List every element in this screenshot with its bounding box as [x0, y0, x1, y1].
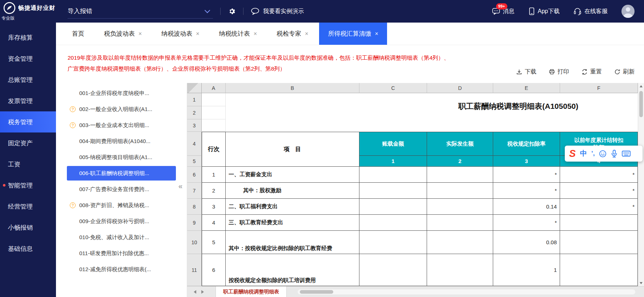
- emoji-icon[interactable]: [599, 150, 607, 158]
- sidebar-item-inventory-accounting[interactable]: 库存核算: [0, 27, 56, 48]
- grid-cell[interactable]: [560, 215, 638, 231]
- report-item-003[interactable]: ?003-一般企业成本支出明细...: [67, 118, 176, 132]
- sidebar-item-payroll[interactable]: 工资: [0, 154, 56, 175]
- form-title-cell[interactable]: 职工薪酬纳税调整明细表(A105050): [226, 93, 638, 119]
- grid-cell[interactable]: 2: [202, 183, 226, 199]
- grid-cell[interactable]: 6: [202, 254, 226, 286]
- grid-cell[interactable]: [359, 167, 427, 183]
- import-error-select[interactable]: 导入报错: [68, 4, 213, 19]
- sidebar-item-expense-claim[interactable]: 小畅报销: [0, 217, 56, 238]
- collapse-panel-button[interactable]: «: [178, 182, 182, 190]
- grid-cell[interactable]: 三、职工教育经费支出: [226, 215, 359, 231]
- grid-cell[interactable]: 0.14: [493, 199, 560, 215]
- report-item-011[interactable]: 011-研发费用加计扣除优惠...: [67, 246, 176, 261]
- prev-sheet-button[interactable]: [194, 290, 196, 294]
- close-icon[interactable]: ×: [138, 31, 142, 37]
- sidebar-item-business-management[interactable]: 经营管理: [0, 196, 56, 217]
- grid-cell[interactable]: *: [493, 183, 560, 199]
- close-icon[interactable]: ×: [305, 31, 308, 37]
- grid-cell[interactable]: [560, 231, 638, 254]
- tab-tax-burden-fluctuation[interactable]: 税负波动表×: [95, 23, 150, 45]
- report-item-005[interactable]: 005-纳税调整项目明细表(A1...: [67, 150, 176, 165]
- vertical-scrollbar[interactable]: [638, 83, 644, 286]
- online-service-button[interactable]: 在线客服: [573, 7, 608, 15]
- grid-cell[interactable]: 其中：股权激励: [226, 183, 359, 199]
- header-item[interactable]: 项 目: [226, 132, 359, 167]
- grid-cell[interactable]: 1: [493, 254, 560, 286]
- header-line-no[interactable]: 行次: [202, 132, 226, 167]
- help-icon[interactable]: ?: [70, 106, 76, 112]
- grid-cell[interactable]: 其中：按税收规定比例扣除的职工教育经费: [226, 231, 359, 254]
- row-header[interactable]: 9: [187, 215, 202, 231]
- header-book-amount[interactable]: 账载金额: [359, 132, 427, 156]
- grid-cell[interactable]: [427, 254, 493, 286]
- sidebar-item-general-ledger[interactable]: 总账管理: [0, 69, 56, 90]
- sidebar-item-invoice-management[interactable]: 发票管理: [0, 90, 56, 111]
- column-header[interactable]: B: [226, 83, 359, 93]
- grid-cell[interactable]: 一、工资薪金支出: [226, 167, 359, 183]
- row-header[interactable]: 5: [187, 156, 202, 167]
- header-col-num[interactable]: 3: [493, 156, 560, 167]
- ime-language-mode[interactable]: 中: [580, 149, 587, 158]
- gear-icon[interactable]: [228, 7, 236, 15]
- column-header[interactable]: F: [560, 83, 638, 93]
- sidebar-item-basic-info[interactable]: 基础信息: [0, 238, 56, 259]
- column-header[interactable]: C: [359, 83, 427, 93]
- report-item-006[interactable]: 006-职工薪酬纳税调整明细...: [67, 166, 176, 181]
- close-icon[interactable]: ×: [196, 31, 199, 37]
- grid-cell[interactable]: [427, 199, 493, 215]
- sidebar-item-smart-management[interactable]: 智能管理: [0, 175, 56, 196]
- grid-cell[interactable]: 5: [202, 231, 226, 254]
- row-header[interactable]: 7: [187, 183, 202, 199]
- messages-button[interactable]: 99+ 消息: [492, 8, 515, 15]
- help-icon[interactable]: ?: [70, 202, 76, 208]
- column-header[interactable]: A: [202, 83, 226, 93]
- grid-cell[interactable]: [427, 231, 493, 254]
- row-header[interactable]: 1: [187, 93, 202, 106]
- grid-cell[interactable]: [359, 254, 427, 286]
- vertical-scrollbar-thumb[interactable]: [639, 91, 643, 117]
- sidebar-item-tax-management[interactable]: 税务管理: [0, 111, 56, 132]
- horizontal-scrollbar[interactable]: [298, 289, 635, 294]
- sidebar-item-funds-management[interactable]: 资金管理: [0, 48, 56, 69]
- ime-punctuation-mode[interactable]: ’,: [591, 150, 595, 157]
- row-header[interactable]: 6: [187, 167, 202, 183]
- grid-cell[interactable]: [359, 199, 427, 215]
- grid-cell[interactable]: 二、职工福利费支出: [226, 199, 359, 215]
- next-sheet-button[interactable]: [201, 290, 204, 294]
- grid-cell[interactable]: 按税收规定全额扣除的职工培训费用: [226, 254, 359, 286]
- close-icon[interactable]: ×: [375, 31, 378, 37]
- row-header[interactable]: 8: [187, 199, 202, 215]
- empty-row-strip[interactable]: [226, 119, 638, 132]
- avatar[interactable]: [621, 5, 635, 18]
- report-item-012[interactable]: 012-减免所得税优惠明细表(...: [67, 262, 176, 277]
- app-download-button[interactable]: App下载: [528, 7, 560, 15]
- tab-income-tax-settlement[interactable]: 所得税汇算清缴×: [319, 23, 387, 45]
- row-header[interactable]: 4: [187, 132, 202, 156]
- sheet-tab[interactable]: 职工薪酬纳税调整明细表: [216, 286, 287, 297]
- grid-cell[interactable]: [202, 106, 226, 119]
- grid-cell[interactable]: *: [560, 183, 638, 199]
- report-item-004[interactable]: 004-期间费用明细表(A1040...: [67, 134, 176, 148]
- grid-cell[interactable]: [202, 93, 226, 106]
- grid-cell[interactable]: 0.08: [493, 231, 560, 254]
- header-actual-amount[interactable]: 实际发生额: [427, 132, 493, 156]
- help-icon[interactable]: ?: [70, 122, 76, 128]
- horizontal-scrollbar-thumb[interactable]: [300, 290, 333, 294]
- sogou-logo-icon[interactable]: S: [569, 149, 576, 159]
- row-header[interactable]: 3: [187, 119, 202, 132]
- report-item-008[interactable]: ?008-资产折旧、摊销及纳税...: [67, 198, 176, 213]
- row-header[interactable]: 2: [187, 106, 202, 119]
- report-item-010[interactable]: 010-免税、减计收入及加计...: [67, 230, 176, 245]
- tab-home[interactable]: 首页: [63, 23, 93, 45]
- grid-cell[interactable]: *: [493, 167, 560, 183]
- grid-cell[interactable]: *: [493, 215, 560, 231]
- grid-cell[interactable]: [359, 231, 427, 254]
- row-header[interactable]: 11: [187, 254, 202, 286]
- report-item-002[interactable]: ?002-一般企业收入明细表(A1...: [67, 102, 176, 116]
- row-header[interactable]: 10: [187, 231, 202, 254]
- grid-cell[interactable]: 4: [202, 215, 226, 231]
- report-item-007[interactable]: 007-广告费和业务宣传费跨...: [67, 182, 176, 197]
- header-col-num[interactable]: 1: [359, 156, 427, 167]
- header-tax-deduction-rate[interactable]: 税收规定扣除率: [493, 132, 560, 156]
